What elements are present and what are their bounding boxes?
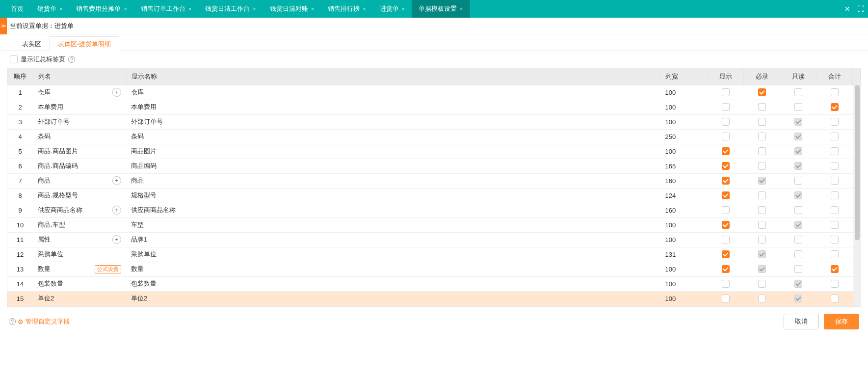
sub-tab-0[interactable]: 表头区 [14,36,50,51]
total-checkbox[interactable] [831,265,839,273]
cell-width[interactable]: 165 [660,159,708,173]
show-checkbox[interactable] [722,162,730,170]
show-checkbox[interactable] [722,88,730,96]
top-tab-8[interactable]: 单据模板设置× [412,0,470,18]
total-checkbox[interactable] [831,221,839,229]
manage-custom-fields-link[interactable]: 管理自定义字段 [26,317,70,326]
readonly-checkbox[interactable] [794,88,802,96]
table-row[interactable]: 3外部订单号外部订单号100 [7,114,861,129]
top-tab-1[interactable]: 销货单× [30,0,69,18]
cell-display[interactable]: 商品 [126,173,660,188]
total-checkbox[interactable] [831,118,839,126]
cell-width[interactable]: 160 [660,203,708,217]
required-checkbox[interactable] [758,191,766,199]
cell-width[interactable]: 100 [660,276,708,291]
total-checkbox[interactable] [831,191,839,199]
required-checkbox[interactable] [758,221,766,229]
show-summary-checkbox[interactable] [10,55,18,63]
top-tab-2[interactable]: 销售费用分摊单× [69,0,133,18]
total-checkbox[interactable] [831,147,839,155]
add-icon[interactable]: + [112,235,121,244]
show-checkbox[interactable] [722,118,730,126]
show-checkbox[interactable] [722,280,730,288]
required-checkbox[interactable] [758,88,766,96]
cell-display[interactable]: 单位2 [126,291,660,306]
cell-display[interactable]: 商品编码 [126,159,660,173]
close-all-icon[interactable]: ✕ [844,5,850,13]
top-tab-7[interactable]: 进货单× [373,0,412,18]
total-checkbox[interactable] [831,295,839,302]
formula-button[interactable]: 公式设置 [95,265,121,273]
close-icon[interactable]: × [363,6,366,12]
cell-width[interactable]: 100 [660,114,708,129]
total-checkbox[interactable] [831,236,839,244]
total-checkbox[interactable] [831,280,839,288]
cell-width[interactable]: 250 [660,129,708,144]
cell-display[interactable]: 品牌1 [126,232,660,247]
table-row[interactable]: 2本单费用本单费用100 [7,100,861,114]
show-checkbox[interactable] [722,236,730,244]
show-checkbox[interactable] [722,295,730,302]
required-checkbox[interactable] [758,162,766,170]
top-tab-6[interactable]: 销售排行榜× [321,0,372,18]
required-checkbox[interactable] [758,118,766,126]
cell-width[interactable]: 100 [660,232,708,247]
cell-width[interactable]: 100 [660,291,708,306]
show-checkbox[interactable] [722,250,730,258]
required-checkbox[interactable] [758,206,766,214]
fullscreen-icon[interactable]: ⛶ [857,5,864,13]
show-checkbox[interactable] [722,133,730,140]
cell-display[interactable]: 供应商商品名称 [126,203,660,217]
show-checkbox[interactable] [722,191,730,199]
vertical-scrollbar[interactable] [854,85,861,306]
total-checkbox[interactable] [831,162,839,170]
total-checkbox[interactable] [831,177,839,185]
footer-help-icon[interactable]: ? [9,318,16,325]
required-checkbox[interactable] [758,295,766,302]
top-tab-4[interactable]: 钱货日清工作台× [198,0,263,18]
show-checkbox[interactable] [722,265,730,273]
readonly-checkbox[interactable] [794,265,802,273]
cell-display[interactable]: 仓库 [126,85,660,100]
cell-width[interactable]: 100 [660,217,708,232]
required-checkbox[interactable] [758,147,766,155]
table-row[interactable]: 1仓库+仓库100 [7,85,861,100]
add-icon[interactable]: + [112,88,121,97]
close-icon[interactable]: × [253,6,256,12]
cell-display[interactable]: 采购单位 [126,247,660,262]
table-row[interactable]: 12采购单位采购单位131 [7,247,861,262]
close-icon[interactable]: × [402,6,405,12]
total-checkbox[interactable] [831,103,839,111]
cell-display[interactable]: 条码 [126,129,660,144]
readonly-checkbox[interactable] [794,250,802,258]
table-row[interactable]: 9供应商商品名称+供应商商品名称160 [7,203,861,217]
total-checkbox[interactable] [831,206,839,214]
expand-handle[interactable]: ≫ [0,18,7,34]
table-row[interactable]: 8商品.规格型号规格型号124 [7,188,861,203]
readonly-checkbox[interactable] [794,177,802,185]
close-icon[interactable]: × [124,6,127,12]
top-tab-5[interactable]: 钱货日清对账× [263,0,321,18]
show-checkbox[interactable] [722,221,730,229]
table-row[interactable]: 11属性+品牌1100 [7,232,861,247]
table-row[interactable]: 4条码条码250 [7,129,861,144]
total-checkbox[interactable] [831,133,839,140]
cell-width[interactable]: 131 [660,247,708,262]
top-tab-0[interactable]: 首页 [4,0,30,18]
table-row[interactable]: 10商品.车型车型100 [7,217,861,232]
cell-width[interactable]: 100 [660,144,708,159]
top-tab-3[interactable]: 销售订单工作台× [134,0,198,18]
total-checkbox[interactable] [831,88,839,96]
show-checkbox[interactable] [722,206,730,214]
cell-display[interactable]: 本单费用 [126,100,660,114]
required-checkbox[interactable] [758,236,766,244]
save-button[interactable]: 保存 [824,314,859,329]
cell-display[interactable]: 包装数量 [126,276,660,291]
readonly-checkbox[interactable] [794,103,802,111]
sub-tab-1[interactable]: 表体区-进货单明细 [50,36,119,51]
required-checkbox[interactable] [758,280,766,288]
table-row[interactable]: 14包装数量包装数量100 [7,276,861,291]
cell-display[interactable]: 规格型号 [126,188,660,203]
total-checkbox[interactable] [831,250,839,258]
required-checkbox[interactable] [758,103,766,111]
